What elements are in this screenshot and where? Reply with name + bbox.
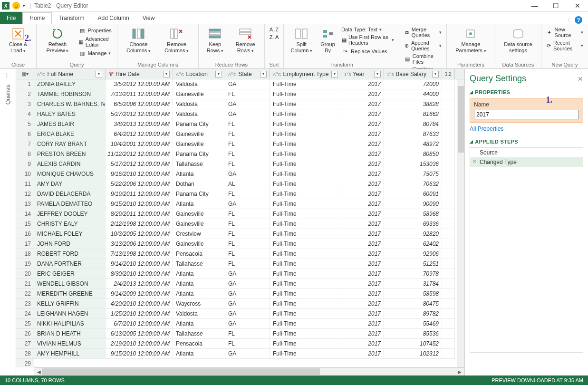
cell-full-name[interactable]: JEFFREY DOOLEY [34, 209, 106, 219]
row-number[interactable]: 24 [16, 309, 34, 319]
cell-full-name[interactable]: ERIC GEIGER [34, 269, 106, 279]
query-name-input[interactable] [474, 110, 579, 119]
close-settings-icon[interactable]: ✕ [578, 75, 583, 83]
cell-hire-date[interactable]: 9/16/2010 12:00:00 AM [106, 169, 173, 179]
cell-full-name[interactable]: MONIQUE CHAVOUS [34, 169, 106, 179]
cell-state[interactable]: FL [225, 219, 270, 229]
cell-year[interactable]: 2017 [341, 289, 384, 299]
row-number[interactable]: 6 [16, 129, 34, 139]
cell-employment-type[interactable]: Full-Time [270, 189, 341, 199]
cell-location[interactable]: Panama City [173, 189, 225, 199]
remove-rows-button[interactable]: Remove Rows [231, 26, 260, 55]
cell-year[interactable]: 2017 [341, 259, 384, 269]
cell-hire-date[interactable]: 4/20/2010 12:00:00 AM [106, 299, 173, 309]
cell-base-salary[interactable]: 58968 [384, 209, 442, 219]
cell-employment-type[interactable]: Full-Time [270, 319, 341, 329]
filter-icon[interactable]: ▾ [163, 71, 170, 77]
row-number[interactable]: 4 [16, 109, 34, 119]
col-header-hire-date[interactable]: 📅Hire Date▾ [106, 69, 173, 79]
append-queries-button[interactable]: ⊕Append Queries [403, 39, 443, 52]
cell-employment-type[interactable]: Full-Time [270, 309, 341, 319]
collapse-icon[interactable]: ◢ [470, 139, 473, 144]
cell-partial[interactable] [442, 339, 455, 349]
cell-employment-type[interactable]: Full-Time [270, 249, 341, 259]
row-number[interactable]: 3 [16, 99, 34, 109]
cell-state[interactable]: FL [225, 209, 270, 219]
cell-partial[interactable] [442, 99, 455, 109]
cell-year[interactable]: 2017 [341, 89, 384, 99]
cell-full-name[interactable]: ROBERT FORD [34, 249, 106, 259]
cell-employment-type[interactable]: Full-Time [270, 159, 341, 169]
cell-state[interactable]: FL [225, 249, 270, 259]
cell-base-salary[interactable]: 44000 [384, 89, 442, 99]
cell-location[interactable]: Atlanta [173, 269, 225, 279]
cell-employment-type[interactable]: Full-Time [270, 109, 341, 119]
filter-icon[interactable]: ▾ [432, 71, 439, 77]
cell-hire-date[interactable]: 8/30/2010 12:00:00 AM [106, 269, 173, 279]
cell-base-salary[interactable]: 70978 [384, 269, 442, 279]
row-number[interactable]: 19 [16, 259, 34, 269]
cell-year[interactable]: 2017 [341, 179, 384, 189]
row-number[interactable]: 11 [16, 179, 34, 189]
cell-state[interactable]: GA [225, 309, 270, 319]
cell-state[interactable]: FL [225, 259, 270, 269]
col-header-location[interactable]: ABCLocation▾ [173, 69, 225, 79]
cell-full-name[interactable]: AMY HEMPHILL [34, 349, 106, 359]
row-number[interactable]: 15 [16, 219, 34, 229]
cell-employment-type[interactable]: Full-Time [270, 329, 341, 339]
manage-parameters-button[interactable]: Manage Parameters [451, 26, 491, 55]
cell-location[interactable]: Dothan [173, 179, 225, 189]
cell-hire-date[interactable]: 6/7/2010 12:00:00 AM [106, 319, 173, 329]
tab-add-column[interactable]: Add Column [91, 12, 136, 24]
cell-partial[interactable] [442, 259, 455, 269]
cell-hire-date[interactable]: 6/5/2006 12:00:00 AM [106, 99, 173, 109]
cell-year[interactable]: 2017 [341, 139, 384, 149]
step-changed-type[interactable]: Changed Type [470, 157, 583, 167]
cell-partial[interactable] [442, 249, 455, 259]
cell-full-name[interactable]: CHARLES W. BARNES, IV [34, 99, 106, 109]
close-window-button[interactable]: ✕ [567, 0, 588, 12]
table-row[interactable]: 16MICHAEL FOLEY10/3/2005 12:00:00 AMCres… [16, 229, 464, 239]
cell-base-salary[interactable]: 90090 [384, 199, 442, 209]
cell-location[interactable]: Tallahasse [173, 159, 225, 169]
cell-year[interactable]: 2017 [341, 279, 384, 289]
table-row[interactable]: 21WENDELL GIBSON2/4/2013 12:00:00 AMAtla… [16, 279, 464, 289]
cell-year[interactable]: 2017 [341, 79, 384, 89]
cell-location[interactable]: Atlanta [173, 349, 225, 359]
cell-full-name[interactable]: BRIAN D HEATH [34, 329, 106, 339]
cell-employment-type[interactable]: Full-Time [270, 339, 341, 349]
cell-employment-type[interactable]: Full-Time [270, 149, 341, 159]
cell-partial[interactable] [442, 219, 455, 229]
cell-location[interactable]: Gainesville [173, 139, 225, 149]
cell-base-salary[interactable]: 48972 [384, 139, 442, 149]
cell-base-salary[interactable]: 38828 [384, 99, 442, 109]
row-number[interactable]: 27 [16, 339, 34, 349]
cell-state[interactable]: GA [225, 199, 270, 209]
cell-partial[interactable] [442, 149, 455, 159]
cell-employment-type[interactable]: Full-Time [270, 99, 341, 109]
col-header-partial[interactable]: 1.2 [442, 69, 455, 79]
cell-full-name[interactable]: NIKKI HALIPILIAS [34, 319, 106, 329]
cell-base-salary[interactable]: 87633 [384, 129, 442, 139]
cell-partial[interactable] [442, 289, 455, 299]
filter-icon[interactable]: ▾ [215, 71, 222, 77]
cell-hire-date[interactable]: 5/17/2012 12:00:00 AM [106, 159, 173, 169]
hscroll-thumb[interactable] [42, 368, 320, 375]
data-source-settings-button[interactable]: Data source settings [499, 26, 537, 55]
table-row[interactable]: 7CORY RAY BRANT10/4/2001 12:00:00 AMGain… [16, 139, 464, 149]
cell-employment-type[interactable]: Full-Time [270, 119, 341, 129]
cell-state[interactable]: GA [225, 269, 270, 279]
cell-state[interactable]: FL [225, 189, 270, 199]
ribbon-collapse-icon[interactable]: 〈 [566, 17, 570, 23]
row-number[interactable]: 5 [16, 119, 34, 129]
col-header-full-name[interactable]: ABCFull Name▾ [34, 69, 106, 79]
cell-full-name[interactable]: ZONIA BAILEY [34, 79, 106, 89]
cell-hire-date[interactable]: 10/4/2001 12:00:00 AM [106, 139, 173, 149]
cell-hire-date[interactable]: 5/22/2006 12:00:00 AM [106, 179, 173, 189]
col-header-state[interactable]: ABCState▾ [225, 69, 270, 79]
cell-hire-date[interactable]: 2/12/1998 12:00:00 AM [106, 219, 173, 229]
cell-base-salary[interactable]: 51251 [384, 259, 442, 269]
cell-partial[interactable] [442, 199, 455, 209]
advanced-editor-button[interactable]: ▦Advanced Editor [77, 36, 113, 48]
combine-files-button[interactable]: ▤Combine Files [403, 53, 443, 65]
